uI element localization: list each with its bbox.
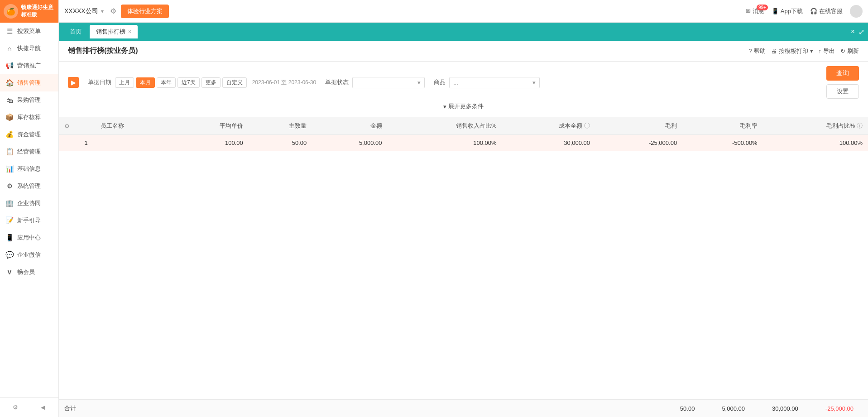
topbar: XXXXX公司 ▾ ⚙ 体验行业方案 ✉ 消息 99+ 📱 App下载 🎧 在线…	[59, 0, 868, 23]
sidebar-item-finance[interactable]: 💰 资金管理	[0, 126, 58, 143]
td-sales-pct: 100.00%	[388, 135, 502, 151]
footer-total-label: 合计	[64, 404, 155, 412]
message-button[interactable]: ✉ 消息 99+	[746, 7, 764, 15]
td-gross: -25,000.00	[595, 135, 682, 151]
expand-conditions-button[interactable]: ▾ 展开更多条件	[443, 102, 484, 110]
date-btn-last-month[interactable]: 上月	[115, 77, 134, 88]
enterprise-icon: 🏢	[5, 199, 14, 207]
th-name: 员工名称	[95, 117, 172, 135]
operations-icon: 📋	[5, 148, 14, 156]
user-avatar[interactable]	[850, 5, 863, 18]
page-header: 销售排行榜(按业务员) ? 帮助 🖨 按模板打印 ▾ ↑ 导出 ↻ 刷新	[59, 41, 868, 62]
window-expand-icon[interactable]: ⤢	[858, 28, 864, 36]
member-icon: V	[5, 268, 14, 276]
footer-qty: 50.00	[680, 405, 695, 412]
status-select[interactable]: ▾	[352, 77, 425, 88]
app-download-button[interactable]: 📱 App下载	[772, 7, 803, 15]
td-gross-rate: -500.00%	[682, 135, 763, 151]
sidebar-item-member[interactable]: V 畅会员	[0, 264, 58, 281]
table-container: ⚙ 员工名称 平均单价 主数量 金额 销售收入占比% 成本全额 ⓘ 毛利	[59, 117, 868, 399]
guide-icon: 📝	[5, 216, 14, 225]
th-gross-rate: 毛利率	[682, 117, 763, 135]
page-title: 销售排行榜(按业务员)	[68, 46, 138, 56]
filter-row: ▶ 单据日期 上月 本月 本年 近7天 更多 自定义 2023-06-01 至 …	[68, 66, 859, 99]
sidebar-settings-btn[interactable]: ⚙	[4, 401, 28, 413]
tab-sales-ranking[interactable]: 销售排行榜 ×	[90, 25, 138, 38]
gross-pct-info-icon[interactable]: ⓘ	[857, 122, 863, 129]
sidebar-item-purchase[interactable]: 🛍 采购管理	[0, 91, 58, 109]
filter-toggle-button[interactable]: ▶	[68, 77, 79, 88]
purchase-icon: 🛍	[5, 96, 14, 104]
date-btn-this-year[interactable]: 本年	[157, 77, 176, 88]
status-dropdown-arrow: ▾	[417, 79, 421, 86]
sidebar-item-basic-info[interactable]: 📊 基础信息	[0, 160, 58, 177]
date-filter: 单据日期 上月 本月 本年 近7天 更多 自定义 2023-06-01 至 20…	[88, 77, 316, 88]
date-btn-this-month[interactable]: 本月	[136, 77, 155, 88]
th-avg-price: 平均单价	[172, 117, 248, 135]
goods-select[interactable]: ... ▾	[449, 77, 540, 88]
sales-icon: 🏠	[5, 79, 14, 87]
sidebar-item-enterprise[interactable]: 🏢 企业协同	[0, 195, 58, 212]
sidebar: 🍊 畅康通好生意 标准版 ☰ 搜索菜单 ⌂ 快捷导航 📢 营销推广 🏠 销售管理…	[0, 0, 59, 417]
td-cost: 30,000.00	[502, 135, 595, 151]
sidebar-item-operations[interactable]: 📋 经营管理	[0, 143, 58, 160]
th-gross-pct: 毛利占比% ⓘ	[763, 117, 868, 135]
expand-icon: ▾	[443, 103, 446, 110]
topbar-gear-icon[interactable]: ⚙	[110, 7, 116, 15]
message-badge: 99+	[757, 5, 768, 10]
template-print-button[interactable]: 🖨 按模板打印 ▾	[771, 47, 813, 55]
table-footer: 合计 50.00 5,000.00 30,000.00 -25,000.00	[59, 399, 868, 417]
th-sales-pct: 销售收入占比%	[388, 117, 502, 135]
export-button[interactable]: ↑ 导出	[819, 47, 835, 55]
sidebar-item-sales[interactable]: 🏠 销售管理	[0, 74, 58, 91]
company-selector[interactable]: XXXXX公司 ▾	[64, 7, 104, 15]
message-icon: ✉	[746, 8, 751, 14]
sidebar-item-system[interactable]: ⚙ 系统管理	[0, 177, 58, 195]
status-label: 单据状态	[325, 78, 349, 86]
tab-close-icon[interactable]: ×	[128, 29, 131, 35]
sidebar-item-guide[interactable]: 📝 新手引导	[0, 212, 58, 229]
cost-info-icon[interactable]: ⓘ	[584, 122, 590, 129]
online-service-button[interactable]: 🎧 在线客服	[810, 7, 843, 15]
th-rank	[77, 117, 95, 135]
finance-icon: 💰	[5, 130, 14, 139]
goods-filter: 商品 ... ▾	[434, 77, 540, 88]
tab-home[interactable]: 首页	[62, 25, 89, 38]
status-filter: 单据状态 ▾	[325, 77, 425, 88]
sidebar-item-inventory[interactable]: 📦 库存核算	[0, 109, 58, 126]
app-center-icon: 📱	[5, 234, 14, 242]
sidebar-item-search-order[interactable]: ☰ 搜索菜单	[0, 23, 58, 40]
column-settings-icon[interactable]: ⚙	[64, 123, 70, 129]
mobile-icon: 📱	[772, 8, 779, 14]
th-cost: 成本全额 ⓘ	[502, 117, 595, 135]
trial-button[interactable]: 体验行业方案	[121, 5, 169, 18]
help-button[interactable]: ? 帮助	[748, 47, 765, 55]
sales-ranking-table: ⚙ 员工名称 平均单价 主数量 金额 销售收入占比% 成本全额 ⓘ 毛利	[59, 117, 868, 151]
sidebar-item-marketing[interactable]: 📢 营销推广	[0, 57, 58, 74]
headset-icon: 🎧	[810, 8, 817, 14]
th-gross: 毛利	[595, 117, 682, 135]
date-range: 2023-06-01 至 2023-06-30	[252, 79, 316, 86]
sidebar-collapse-btn[interactable]: ◀	[31, 401, 55, 413]
export-icon: ↑	[819, 48, 822, 54]
date-btn-7days[interactable]: 近7天	[177, 77, 200, 88]
td-settings	[59, 135, 77, 151]
td-gross-pct: 100.00%	[763, 135, 868, 151]
sidebar-item-wechat[interactable]: 💬 企业微信	[0, 246, 58, 264]
refresh-icon: ↻	[840, 48, 845, 54]
date-btn-more[interactable]: 更多	[201, 77, 221, 88]
date-btn-custom[interactable]: 自定义	[222, 77, 247, 88]
query-button[interactable]: 查询	[826, 66, 859, 81]
sidebar-item-app-center[interactable]: 📱 应用中心	[0, 229, 58, 246]
inventory-icon: 📦	[5, 113, 14, 121]
settings-button[interactable]: 设置	[826, 84, 859, 99]
expand-row: ▾ 展开更多条件	[68, 99, 859, 112]
print-dropdown-arrow: ▾	[810, 48, 813, 54]
tab-window-controls: × ⤢	[851, 28, 864, 36]
sidebar-item-quick-nav[interactable]: ⌂ 快捷导航	[0, 40, 58, 57]
refresh-button[interactable]: ↻ 刷新	[840, 47, 859, 55]
window-close-icon[interactable]: ×	[851, 28, 855, 36]
table-header: ⚙ 员工名称 平均单价 主数量 金额 销售收入占比% 成本全额 ⓘ 毛利	[59, 117, 868, 135]
basic-info-icon: 📊	[5, 165, 14, 173]
td-name	[95, 135, 172, 151]
